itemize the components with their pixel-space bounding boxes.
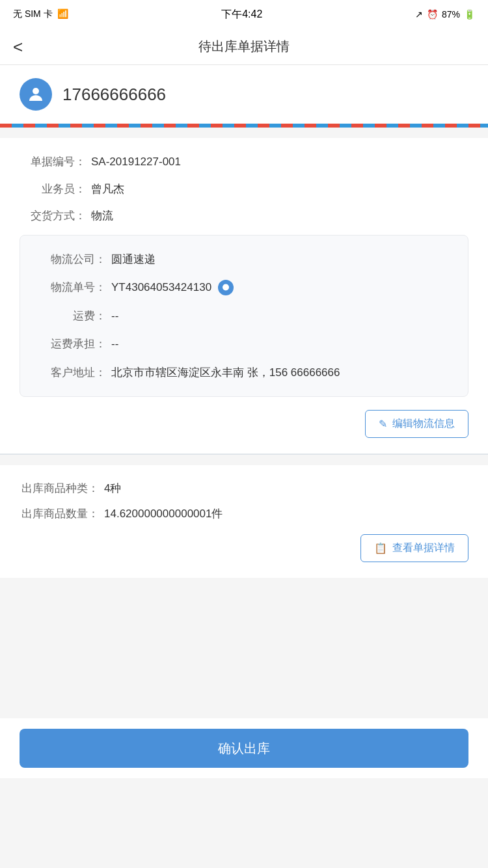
- logistics-company-value: 圆通速递: [111, 251, 448, 268]
- view-details-button[interactable]: 📋 查看单据详情: [360, 534, 468, 562]
- battery-percent: 87%: [442, 9, 460, 20]
- empty-space: [0, 578, 488, 708]
- order-number-label: 单据编号：: [20, 154, 91, 170]
- delivery-method-label: 交货方式：: [20, 208, 91, 224]
- order-number-value: SA-20191227-001: [91, 154, 468, 170]
- dashed-divider: [0, 124, 488, 128]
- svg-point-0: [33, 88, 39, 94]
- goods-types-value: 4种: [104, 481, 121, 496]
- tracking-value: YT43064053424130: [111, 279, 448, 296]
- goods-quantity-value: 14.620000000000001件: [104, 506, 223, 521]
- freight-bearer-value: --: [111, 336, 448, 353]
- delivery-method-row: 交货方式： 物流: [20, 208, 468, 224]
- battery-icon: 🔋: [464, 9, 475, 20]
- user-phone: 17666666666: [62, 85, 166, 105]
- status-battery: ↗ ⏰ 87% 🔋: [415, 9, 475, 20]
- freight-row: 运费： --: [40, 308, 448, 325]
- address-row: 客户地址： 北京市市辖区海淀区永丰南 张，156 66666666: [40, 364, 448, 381]
- nav-bar: < 待出库单据详情: [0, 29, 488, 65]
- user-header: 17666666666: [0, 65, 488, 124]
- user-icon: [26, 85, 46, 104]
- freight-label: 运费：: [40, 308, 111, 325]
- order-info-section: 单据编号： SA-20191227-001 业务员： 曾凡杰 交货方式： 物流 …: [0, 138, 488, 454]
- tracking-label: 物流单号：: [40, 279, 111, 296]
- salesman-value: 曾凡杰: [91, 181, 468, 198]
- logistics-company-label: 物流公司：: [40, 251, 111, 268]
- section-divider: [0, 454, 488, 455]
- location-icon[interactable]: [218, 280, 234, 295]
- goods-types-row: 出库商品种类： 4种: [20, 481, 468, 496]
- delivery-method-value: 物流: [91, 208, 468, 224]
- goods-quantity-row: 出库商品数量： 14.620000000000001件: [20, 506, 468, 521]
- confirm-outbound-button[interactable]: 确认出库: [20, 729, 468, 768]
- back-button[interactable]: <: [13, 38, 23, 55]
- address-label: 客户地址：: [40, 364, 111, 381]
- edit-logistics-label: 编辑物流信息: [392, 417, 455, 431]
- edit-icon: ✎: [379, 418, 387, 430]
- salesman-row: 业务员： 曾凡杰: [20, 181, 468, 198]
- goods-types-label: 出库商品种类：: [20, 481, 104, 496]
- logistics-company-row: 物流公司： 圆通速递: [40, 251, 448, 268]
- tracking-number-text: YT43064053424130: [111, 279, 211, 296]
- tracking-number-row: 物流单号： YT43064053424130: [40, 279, 448, 296]
- status-time: 下午4:42: [221, 8, 262, 21]
- status-signal: 无 SIM 卡 📶: [13, 8, 68, 20]
- goods-section: 出库商品种类： 4种 出库商品数量： 14.620000000000001件 📋…: [0, 465, 488, 578]
- freight-value: --: [111, 308, 448, 325]
- confirm-button-area: 确认出库: [0, 718, 488, 778]
- logistics-section: 物流公司： 圆通速递 物流单号： YT43064053424130 运费： --…: [20, 235, 468, 398]
- page-title: 待出库单据详情: [198, 38, 290, 55]
- view-details-label: 查看单据详情: [392, 541, 455, 555]
- order-number-row: 单据编号： SA-20191227-001: [20, 154, 468, 170]
- clock-icon: ⏰: [427, 9, 438, 20]
- address-value: 北京市市辖区海淀区永丰南 张，156 66666666: [111, 364, 448, 381]
- freight-bearer-label: 运费承担：: [40, 336, 111, 353]
- freight-bearer-row: 运费承担： --: [40, 336, 448, 353]
- document-icon: 📋: [374, 542, 387, 554]
- goods-quantity-label: 出库商品数量：: [20, 506, 104, 521]
- confirm-outbound-label: 确认出库: [218, 740, 270, 757]
- status-bar: 无 SIM 卡 📶 下午4:42 ↗ ⏰ 87% 🔋: [0, 0, 488, 29]
- salesman-label: 业务员：: [20, 181, 91, 198]
- edit-logistics-button[interactable]: ✎ 编辑物流信息: [365, 410, 468, 438]
- avatar: [20, 78, 52, 111]
- location-arrow-icon: ↗: [415, 9, 423, 20]
